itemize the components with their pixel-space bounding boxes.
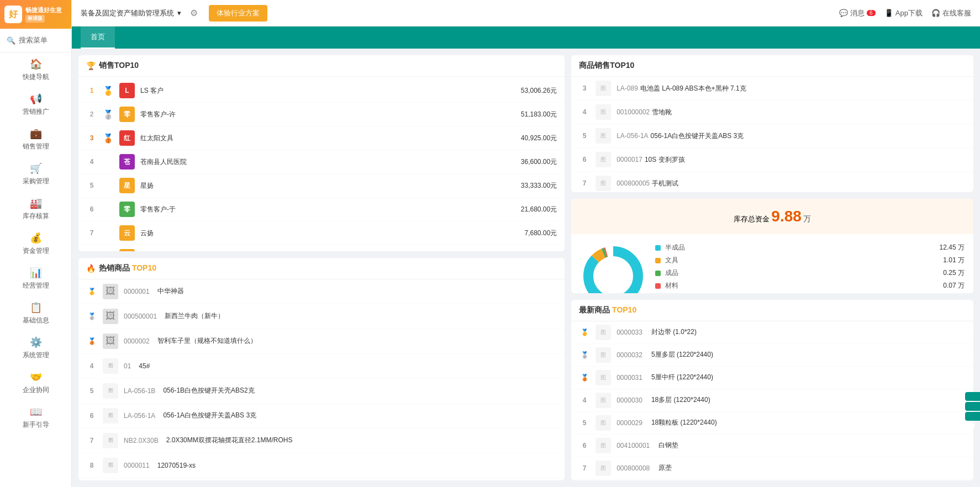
legend-value: 0.25 万 [943,268,965,278]
sidebar-nav-item-10[interactable]: 📖新手引导 [0,400,71,435]
table-row: 8 肖 肖总 7,563.00元 [78,245,565,251]
rank-number: 4 [579,396,590,404]
medal-icon: 🥉 [103,133,114,144]
product-thumb: 图 [596,347,611,363]
sidebar-search[interactable]: 🔍 搜索菜单 [0,29,71,52]
sidebar-nav-item-9[interactable]: 🤝企业协同 [0,366,71,400]
rank-name: 星扬 [140,181,515,190]
sidebar-nav-item-2[interactable]: 💼销售管理 [0,122,71,157]
product-name: 5厘中纤 (1220*2440) [651,373,713,382]
float-btn-0[interactable]: 客服热线 [965,392,980,401]
donut-chart [580,243,646,293]
float-btn-2[interactable]: 直面 [965,412,980,421]
nav-icon-8: ⚙️ [30,336,42,348]
list-item: 5 图 LA-056-1B 056-1B白色按键开关壳ABS2克 [78,379,565,404]
product-thumb: 图 [596,325,611,340]
sidebar: 好 畅捷通好生意 标准版 🔍 搜索菜单 🏠快捷导航📢营销推广💼销售管理🛒采购管理… [0,0,72,487]
hot-products-list: 🥇 🖼 0000001 中华神器 🥈 🖼 000500001 新西兰牛肉（新牛）… [78,279,565,480]
table-row: 7 云 云扬 7,680.00元 [78,221,565,245]
rank-number: 7 [579,179,590,187]
rank-number: 5 [579,132,590,140]
product-info: LA-089电池盖 LA-089 ABS本色+黑种 7.1克 [617,84,966,93]
nav-icon-2: 💼 [30,128,42,140]
phone-icon: 📱 [884,9,893,17]
sidebar-nav-item-5[interactable]: 💰资金管理 [0,226,71,261]
sidebar-nav-item-0[interactable]: 🏠快捷导航 [0,52,71,87]
content-left: 🏆 销售TOP10 1 🥇 L LS 客户 53,006.26元 2 🥈 零 零… [72,49,571,487]
sidebar-nav-item-4[interactable]: 🏭库存核算 [0,192,71,226]
settings-icon[interactable]: ⚙ [190,8,198,18]
rank-amount: 51,183.00元 [521,110,557,119]
rank-number: 🥇 [86,288,97,295]
online-service-btn[interactable]: 🎧 在线客服 [931,8,971,18]
table-row: 1 🥇 L LS 客户 53,006.26元 [78,79,565,103]
product-thumb: 图 [596,152,611,167]
hot-products-header: 🔥 热销商品 TOP10 [78,258,565,279]
chevron-down-icon: ▾ [177,9,181,17]
goods-sales-list: 3 图 LA-089电池盖 LA-089 ABS本色+黑种 7.1克 4 图 0… [571,77,973,192]
rank-number: 4 [86,158,97,166]
product-name: 2.0X30MM双摆花轴摆花直径2.1MM/ROHS [166,436,293,445]
nav-label-9: 企业协同 [23,385,49,395]
product-code: LA-056-1B [124,387,155,395]
table-row: 6 零 零售客户-于 21,680.00元 [78,198,565,221]
list-item: 🥇 图 0000033 封边带 (1.0*22) [571,321,973,344]
product-code: 000500001 [124,313,157,320]
rank-number: 6 [86,205,97,213]
logo-text: 畅捷通好生意 标准版 [25,6,62,23]
rank-number: 7 [86,437,97,444]
list-item: 7 图 NB2.0X30B 2.0X30MM双摆花轴摆花直径2.1MM/ROHS [78,428,565,453]
rank-avatar: 星 [119,178,135,193]
nav-label-2: 销售管理 [23,142,49,151]
rank-number: 4 [579,108,590,116]
list-item: 6 图 004100001 白钢垫 [571,435,973,457]
sidebar-nav-item-6[interactable]: 📊经营管理 [0,261,71,296]
sidebar-nav-item-1[interactable]: 📢营销推广 [0,87,71,122]
product-code: 01 [124,362,131,370]
nav-icon-3: 🛒 [30,162,42,174]
nav-label-4: 库存核算 [23,211,49,221]
float-btn-1[interactable]: 服务社区 [965,402,980,411]
legend-value: 1.01 万 [943,256,965,265]
trophy-icon: 🏆 [86,61,96,70]
product-code: 004100001 [617,442,650,449]
sidebar-nav-item-3[interactable]: 🛒采购管理 [0,157,71,192]
rank-number: 5 [579,419,590,427]
customer-sales-card: 🏆 销售TOP10 1 🥇 L LS 客户 53,006.26元 2 🥈 零 零… [78,55,565,251]
tab-home[interactable]: 首页 [81,27,115,49]
sidebar-nav: 🏠快捷导航📢营销推广💼销售管理🛒采购管理🏭库存核算💰资金管理📊经营管理📋基础信息… [0,52,71,435]
nav-icon-6: 📊 [30,267,42,279]
inventory-chart-area: 库存资金占比 半成品 12.45 万 文具 1.01 万 成品 0.25 万 材… [571,234,973,293]
legend-name: 材料 [665,281,939,290]
rank-amount: 33,333.00元 [521,181,557,190]
inventory-legend: 半成品 12.45 万 文具 1.01 万 成品 0.25 万 材料 0.07 … [655,243,965,293]
message-btn[interactable]: 💬 消息 6 [839,8,876,18]
nav-icon-5: 💰 [30,232,42,244]
product-thumb: 图 [596,104,611,120]
newest-products-title: 最新商品 TOP10 [579,305,636,315]
system-selector[interactable]: 装备及固定资产辅助管理系统 ▾ [81,8,181,18]
product-thumb: 图 [103,433,118,448]
list-item: 4 图 001000002雪地靴 [571,100,973,124]
list-item: 4 图 01 45# [78,354,565,379]
fire-icon: 🔥 [86,264,96,273]
product-name: 新西兰牛肉（新牛） [165,311,224,321]
sidebar-nav-item-7[interactable]: 📋基础信息 [0,296,71,331]
rank-amount: 21,680.00元 [521,205,557,214]
legend-value: 0.07 万 [943,281,965,290]
product-thumb: 图 [103,358,118,374]
medal-icon: 🥈 [103,109,114,120]
list-item: 6 图 000001710S 变刹罗孩 [571,148,973,172]
app-download-btn[interactable]: 📱 App下载 [884,8,923,18]
trial-btn[interactable]: 体验行业方案 [209,5,267,22]
rank-number: 🥈 [86,313,97,320]
medal-icon: 🥇 [103,86,114,96]
rank-number: 🥉 [579,374,590,382]
search-menu-button[interactable]: 🔍 搜索菜单 [4,33,67,47]
product-thumb: 图 [103,383,118,399]
product-info: 001000002雪地靴 [617,108,966,117]
rank-amount: 40,925.00元 [521,134,557,143]
nav-icon-7: 📋 [30,301,42,314]
list-item: 4 图 0000030 18多层 (1220*2440) [571,389,973,412]
sidebar-nav-item-8[interactable]: ⚙️系统管理 [0,331,71,366]
